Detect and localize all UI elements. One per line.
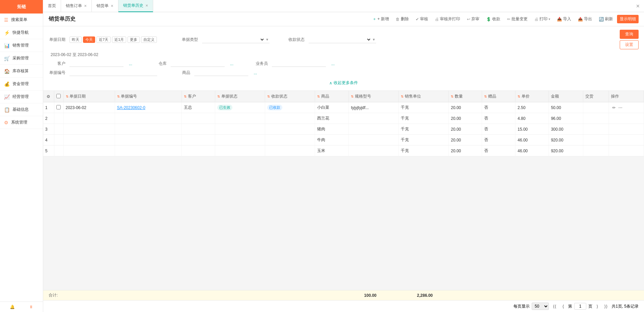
prev-page-btn[interactable]: ⟨: [560, 303, 566, 310]
import-button[interactable]: 📥 导入: [554, 15, 574, 23]
row-num-cell: 5: [43, 146, 54, 156]
col-doc-date[interactable]: ⇅ 单据日期: [63, 91, 115, 102]
export-icon: 📤: [578, 17, 583, 22]
sidebar-item-finance[interactable]: 💰 资金管理: [0, 78, 43, 90]
date-btn-1month[interactable]: 近1月: [112, 36, 126, 43]
payment-status-select[interactable]: [309, 36, 371, 43]
row-unit-price: 15.00: [515, 124, 549, 135]
customer-dots-btn[interactable]: ...: [128, 61, 134, 66]
col-doc-status[interactable]: ⇅ 单据状态: [215, 91, 265, 102]
tab-home[interactable]: 首页: [43, 0, 61, 12]
col-unit-price[interactable]: ⇅ 单价: [515, 91, 549, 102]
tab-sales-order-close[interactable]: ✕: [84, 4, 87, 8]
payment-status-badge: 已收款: [267, 105, 282, 110]
sidebar-item-sys-mgmt[interactable]: ⚙ 系统管理: [0, 116, 43, 129]
delete-button[interactable]: 🗑 删除: [393, 15, 412, 23]
display-detail-button[interactable]: 显示明细: [617, 15, 639, 23]
salesperson-input[interactable]: [272, 60, 326, 67]
doc-no-label: 单据编号: [49, 70, 65, 76]
new-button[interactable]: ＋ + 新增: [370, 15, 392, 23]
sidebar-item-base-info[interactable]: 📋 基础信息: [0, 103, 43, 116]
print-button[interactable]: 🖨 打印 ▾: [532, 15, 553, 23]
col-qty[interactable]: ⇅ 数量: [449, 91, 482, 102]
col-settings[interactable]: ⚙: [43, 91, 54, 102]
warehouse-dots-btn[interactable]: ...: [229, 61, 235, 66]
date-btn-today[interactable]: 今天: [83, 36, 95, 43]
row-qty: 20.00: [449, 113, 482, 124]
page-number-input[interactable]: [574, 303, 586, 310]
customer-input[interactable]: [69, 60, 123, 67]
col-spec[interactable]: ⇅ 规格型号: [349, 91, 399, 102]
row-goods: 小白菜: [315, 102, 349, 113]
row-gift: 否: [482, 135, 515, 146]
doc-type-select[interactable]: [202, 36, 265, 43]
tab-sales-history[interactable]: 销货单历史 ✕: [118, 0, 153, 12]
date-btn-7days[interactable]: 近7天: [96, 36, 111, 43]
date-btn-more[interactable]: 更多: [128, 36, 140, 43]
row-checkbox[interactable]: [56, 105, 61, 109]
col-customer[interactable]: ⇅ 客户: [182, 91, 215, 102]
goods-dots-btn[interactable]: ...: [252, 71, 258, 75]
sidebar-item-sys-mgmt-label: 系统管理: [11, 120, 27, 125]
doc-no-link[interactable]: SA-20230602-0: [117, 105, 145, 110]
last-page-btn[interactable]: ⟩⟩: [602, 303, 610, 310]
batch-change-button[interactable]: ✏ 批量变更: [504, 15, 530, 23]
per-page-select[interactable]: 20 50 100: [532, 303, 549, 310]
search-button[interactable]: 查询: [620, 30, 639, 39]
export-button[interactable]: 📤 导出: [575, 15, 595, 23]
row-spec: [349, 135, 399, 146]
sidebar-item-quick-nav[interactable]: ⚡ 快捷导航: [0, 26, 43, 39]
row-edit-btn[interactable]: ✏: [611, 105, 617, 110]
abandon-button[interactable]: ↩ 弃审: [464, 15, 482, 23]
total-amount: 2,286.00: [417, 293, 433, 298]
set-button[interactable]: 设置: [620, 40, 639, 49]
tab-sales-delivery[interactable]: 销货单 ✕: [92, 0, 118, 12]
table-footer: 合计: 100.00 2,286.00: [43, 290, 644, 300]
collect-button[interactable]: 💲 收款: [483, 15, 503, 23]
collapse-filter-button[interactable]: ∧ 收起更多条件: [329, 79, 358, 87]
sidebar-item-inventory[interactable]: 🏠 库存核算: [0, 65, 43, 78]
audit-button[interactable]: ✔ 审核: [413, 15, 431, 23]
row-qty: 20.00: [449, 102, 482, 113]
batch-change-icon: ✏: [507, 17, 510, 22]
col-doc-no[interactable]: ⇅ 单据编号: [115, 91, 182, 102]
next-page-btn[interactable]: ⟩: [594, 303, 600, 310]
date-btn-yesterday[interactable]: 昨天: [69, 36, 82, 43]
row-doc-status: [215, 135, 265, 146]
row-more-btn[interactable]: ⋯: [617, 105, 624, 110]
sidebar-item-sales[interactable]: 📊 销售管理: [0, 39, 43, 52]
pause-icon[interactable]: ⏸: [29, 305, 33, 309]
row-customer: [182, 146, 215, 156]
col-gift[interactable]: ⇅ 赠品: [482, 91, 515, 102]
tab-sales-history-close[interactable]: ✕: [145, 4, 148, 7]
row-payment-status: [265, 113, 315, 124]
close-all-tabs[interactable]: ✕: [632, 3, 644, 9]
audit-print-button[interactable]: 🖨 审核并打印: [432, 15, 463, 23]
tab-sales-delivery-close[interactable]: ✕: [111, 4, 113, 8]
total-label: 合计:: [49, 292, 58, 298]
col-goods[interactable]: ⇅ 商品: [315, 91, 349, 102]
col-unit[interactable]: ⇅ 销售单位: [399, 91, 449, 102]
col-trade: 交货: [583, 91, 609, 102]
sidebar-item-sales-label: 销售管理: [12, 43, 29, 48]
select-all-checkbox[interactable]: [56, 94, 61, 98]
toolbar-actions: ＋ + 新增 🗑 删除 ✔ 审核 🖨 审核并打印 ↩ 弃审 💲 收款: [370, 15, 639, 23]
col-payment-status[interactable]: ⇅ 收款状态: [265, 91, 315, 102]
tab-sales-order[interactable]: 销售订单 ✕: [61, 0, 92, 12]
doc-no-input[interactable]: [69, 70, 157, 76]
notification-icon[interactable]: 🔔: [10, 305, 15, 309]
sidebar-item-ops[interactable]: 📈 经营管理: [0, 90, 43, 103]
goods-input[interactable]: [194, 70, 248, 76]
row-goods: 猪肉: [315, 124, 349, 135]
salesperson-dots-btn[interactable]: ...: [330, 61, 336, 66]
row-spec: tyjyjtyjdf...: [349, 102, 399, 113]
row-unit: 千克: [399, 113, 449, 124]
warehouse-input[interactable]: [171, 60, 225, 67]
tab-home-label: 首页: [48, 3, 56, 9]
first-page-btn[interactable]: ⟨⟨: [551, 303, 558, 310]
date-btn-custom[interactable]: 自定义: [141, 36, 157, 43]
sidebar-item-purchase[interactable]: 🛒 采购管理: [0, 52, 43, 65]
row-spec: [349, 124, 399, 135]
refresh-button[interactable]: 🔄 刷新: [596, 15, 616, 23]
sidebar-item-search-menu[interactable]: ☰ 搜索菜单: [0, 14, 43, 26]
